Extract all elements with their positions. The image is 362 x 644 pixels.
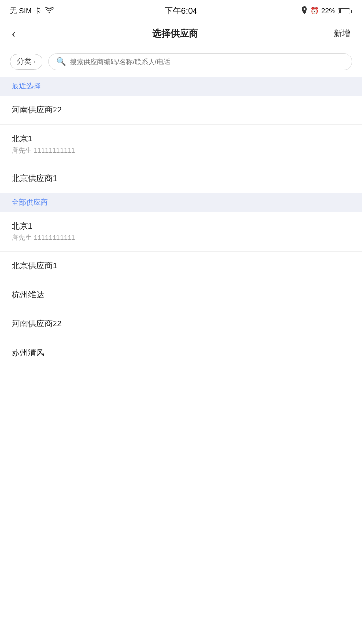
all-item-name-1: 北京供应商1 (12, 260, 350, 271)
battery-percent: 22% (321, 7, 335, 14)
search-input[interactable] (70, 58, 344, 66)
recent-item-0[interactable]: 河南供应商22 (0, 96, 362, 125)
recent-item-name-1: 北京1 (12, 133, 350, 144)
recent-item-name-0: 河南供应商22 (12, 104, 350, 115)
sim-label: 无 SIM 卡 (10, 6, 41, 15)
status-time: 下午6:04 (165, 5, 197, 16)
all-item-1[interactable]: 北京供应商1 (0, 252, 362, 280)
recent-item-2[interactable]: 北京供应商1 (0, 164, 362, 193)
all-item-0[interactable]: 北京1 唐先生 11111111111 (0, 212, 362, 252)
recent-list: 河南供应商22 北京1 唐先生 11111111111 北京供应商1 (0, 96, 362, 193)
wifi-icon (45, 7, 54, 15)
all-item-4[interactable]: 苏州清风 (0, 338, 362, 367)
recent-section-header: 最近选择 (0, 77, 362, 96)
all-item-name-0: 北京1 (12, 221, 350, 232)
recent-item-name-2: 北京供应商1 (12, 173, 350, 184)
recent-item-sub-1: 唐先生 11111111111 (12, 146, 350, 155)
all-item-name-2: 杭州维达 (12, 289, 350, 300)
nav-bar: ‹ 选择供应商 新增 (0, 21, 362, 46)
filter-bar: 分类 › 🔍 (0, 46, 362, 77)
all-section-label: 全部供应商 (12, 198, 48, 206)
status-right: ⏰ 22% (301, 6, 352, 15)
all-section-header: 全部供应商 (0, 193, 362, 212)
battery-icon (338, 7, 352, 14)
all-item-2[interactable]: 杭州维达 (0, 280, 362, 309)
search-box[interactable]: 🔍 (48, 53, 352, 70)
chevron-right-icon: › (33, 58, 35, 65)
all-item-3[interactable]: 河南供应商22 (0, 309, 362, 338)
all-list: 北京1 唐先生 11111111111 北京供应商1 杭州维达 河南供应商22 … (0, 212, 362, 367)
add-button[interactable]: 新增 (334, 28, 350, 39)
category-label: 分类 (17, 57, 31, 66)
all-item-name-4: 苏州清风 (12, 347, 350, 358)
recent-section-label: 最近选择 (12, 82, 41, 90)
status-left: 无 SIM 卡 (10, 6, 54, 15)
search-icon: 🔍 (56, 57, 66, 66)
back-button[interactable]: ‹ (12, 28, 16, 40)
page-title: 选择供应商 (152, 28, 198, 40)
alarm-icon: ⏰ (310, 7, 319, 14)
all-item-sub-0: 唐先生 11111111111 (12, 234, 350, 242)
location-icon (301, 6, 307, 15)
category-filter[interactable]: 分类 › (10, 54, 42, 70)
all-item-name-3: 河南供应商22 (12, 318, 350, 329)
recent-item-1[interactable]: 北京1 唐先生 11111111111 (0, 125, 362, 164)
status-bar: 无 SIM 卡 下午6:04 ⏰ 22% (0, 0, 362, 21)
